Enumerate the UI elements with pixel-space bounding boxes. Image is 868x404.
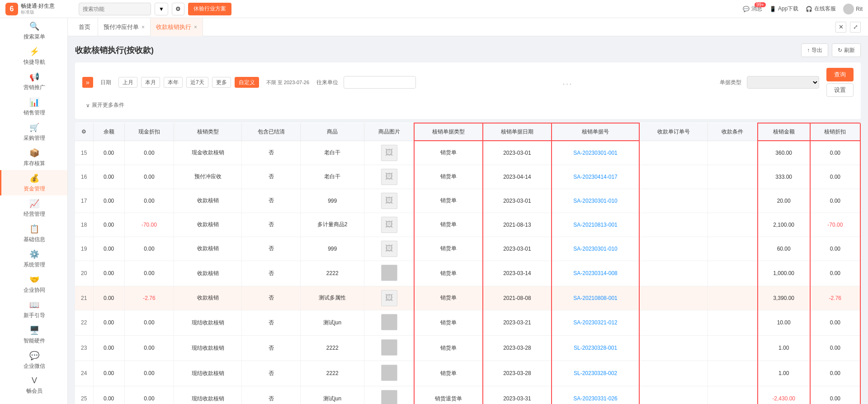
settings-button[interactable]: 设置: [826, 83, 854, 97]
table-wrapper[interactable]: ⚙ 余额 现金折扣 核销类型 包含已结清 商品 商品图片 核销单据类型 核销单据…: [75, 123, 861, 404]
td-verify-amount: 333.00: [758, 165, 810, 189]
filter-to-unit-input[interactable]: [344, 76, 416, 89]
goods-image-empty: 🖼: [381, 241, 397, 257]
td-goods: 测试jun: [301, 310, 364, 335]
dropdown-button[interactable]: ▼: [155, 3, 168, 15]
sidebar-item-quicknav[interactable]: ⚡ 快捷导航: [0, 43, 67, 69]
verify-bill-link[interactable]: SA-20230301-010: [573, 246, 617, 252]
query-button[interactable]: 查询: [826, 68, 854, 81]
sidebar-item-system[interactable]: ⚙️ 系统管理: [0, 246, 67, 271]
topbar-right: 💬 消息 99+ 📱 App下载 🎧 在线客服 Rit: [743, 4, 863, 14]
tab-verify[interactable]: 收款核销执行 ×: [151, 18, 203, 36]
sidebar-item-finance[interactable]: 💰 资金管理: [0, 170, 67, 195]
user-item[interactable]: Rit: [843, 4, 863, 14]
expand-conditions-button[interactable]: ∨ 展开更多条件: [82, 100, 854, 111]
tab-expand-button[interactable]: ⤢: [850, 22, 861, 33]
notification-item[interactable]: 💬 消息 99+: [743, 5, 762, 13]
sidebar-item-label: 营销推广: [24, 84, 45, 91]
sidebar-item-member[interactable]: V 畅会员: [0, 373, 67, 398]
sidebar-item-label: 企业微信: [24, 362, 45, 370]
sidebar-item-label: 畅会员: [26, 387, 42, 395]
verify-bill-link[interactable]: SA-20210813-001: [573, 222, 617, 228]
td-verify-bill-no[interactable]: SA-20230321-012: [552, 310, 640, 335]
search-input[interactable]: [79, 3, 151, 15]
sidebar-item-hardware[interactable]: 🖥️ 智能硬件: [0, 322, 67, 347]
goods-image-empty: 🖼: [381, 145, 397, 161]
gear-button[interactable]: ⚙: [172, 3, 184, 15]
td-id: 18: [75, 213, 93, 237]
td-verify-bill-no[interactable]: SA-20210808-001: [552, 286, 640, 310]
td-verify-date: 2023-03-28: [483, 361, 552, 386]
td-verify-date: 2023-04-14: [483, 165, 552, 189]
verify-bill-link[interactable]: SA-20230314-008: [573, 270, 617, 276]
td-verify-type: 现结收款核销: [174, 386, 242, 404]
td-verify-date: 2023-03-14: [483, 261, 552, 286]
td-verify-bill-no[interactable]: SA-20230331-026: [552, 386, 640, 404]
sidebar-item-search[interactable]: 🔍 搜索菜单: [0, 18, 67, 43]
sidebar-item-sales[interactable]: 📊 销售管理: [0, 94, 67, 119]
verify-bill-link[interactable]: SA-20230301-001: [573, 150, 617, 156]
td-cash-discount: -70.00: [124, 213, 174, 237]
sidebar-item-basicinfo[interactable]: 📋 基础信息: [0, 221, 67, 246]
td-goods-image: [364, 386, 414, 404]
verify-bill-link[interactable]: SL-20230328-001: [574, 345, 617, 351]
th-include-settled: 包含已结清: [242, 123, 301, 141]
verify-bill-link[interactable]: SL-20230328-002: [574, 370, 617, 376]
data-table: ⚙ 余额 现金折扣 核销类型 包含已结清 商品 商品图片 核销单据类型 核销单据…: [75, 123, 861, 404]
verify-bill-link[interactable]: SA-20230321-012: [573, 319, 617, 326]
tabbar: 首页 预付冲应付单 × 收款核销执行 × ✕ ⤢: [68, 18, 868, 36]
td-cash-discount: 0.00: [124, 141, 174, 165]
user-name: Rit: [856, 6, 863, 12]
online-service-item[interactable]: 🎧 在线客服: [806, 5, 836, 13]
date-btn-7days[interactable]: 近7天: [186, 77, 208, 88]
filter-dots: ...: [421, 78, 714, 86]
app-download-item[interactable]: 📱 App下载: [769, 5, 798, 13]
sidebar-item-operation[interactable]: 📈 经营管理: [0, 195, 67, 221]
verify-bill-link[interactable]: SA-20230331-026: [573, 395, 617, 402]
td-verify-bill-no[interactable]: SA-20230414-017: [552, 165, 640, 189]
td-include-settled: 否: [242, 141, 301, 165]
td-verify-bill-no[interactable]: SA-20230301-010: [552, 237, 640, 261]
sidebar-item-inventory[interactable]: 📦 库存核算: [0, 145, 67, 170]
td-id: 23: [75, 335, 93, 361]
sidebar-item-guide[interactable]: 📖 新手引导: [0, 297, 67, 322]
td-receipt-condition: [708, 361, 757, 386]
sidebar-item-purchase[interactable]: 🛒 采购管理: [0, 119, 67, 145]
th-verify-bill-type: 核销单据类型: [414, 123, 483, 141]
td-verify-bill-no[interactable]: SL-20230328-001: [552, 335, 640, 361]
td-verify-bill-no[interactable]: SA-20210813-001: [552, 213, 640, 237]
refresh-button[interactable]: ↻ 刷新: [832, 43, 861, 57]
date-btn-more[interactable]: 更多: [212, 77, 231, 88]
tab-prepay-close[interactable]: ×: [142, 24, 145, 30]
th-settings[interactable]: ⚙: [75, 123, 93, 141]
tab-verify-close[interactable]: ×: [194, 24, 197, 30]
tab-home[interactable]: 首页: [71, 18, 98, 36]
date-btn-last-month[interactable]: 上月: [118, 77, 137, 88]
sidebar-item-wechat[interactable]: 💬 企业微信: [0, 347, 67, 373]
verify-bill-link[interactable]: SA-20210808-001: [573, 295, 617, 301]
td-verify-bill-no[interactable]: SA-20230314-008: [552, 261, 640, 286]
hardware-icon: 🖥️: [29, 325, 39, 335]
sidebar-item-marketing[interactable]: 📢 营销推广: [0, 69, 67, 94]
td-verify-type: 现结收款核销: [174, 335, 242, 361]
td-verify-bill-no[interactable]: SA-20230301-010: [552, 189, 640, 213]
industry-button[interactable]: 休验行业方案: [188, 3, 231, 15]
th-verify-amount: 核销金额: [758, 123, 810, 141]
td-verify-bill-type: 销货退货单: [414, 386, 483, 404]
filter-expand-arrow[interactable]: »: [82, 77, 93, 88]
td-verify-bill-no[interactable]: SL-20230328-002: [552, 361, 640, 386]
verify-bill-link[interactable]: SA-20230414-017: [573, 174, 617, 180]
verify-bill-link[interactable]: SA-20230301-010: [573, 198, 617, 204]
date-btn-custom[interactable]: 自定义: [235, 77, 259, 88]
date-btn-this-year[interactable]: 本年: [164, 77, 183, 88]
sidebar-item-collab[interactable]: 🤝 企业协同: [0, 271, 67, 297]
tab-prepay[interactable]: 预付冲应付单 ×: [98, 18, 151, 36]
th-verify-type: 核销类型: [174, 123, 242, 141]
td-verify-bill-no[interactable]: SA-20230301-001: [552, 141, 640, 165]
tab-close-all-button[interactable]: ✕: [835, 22, 846, 33]
export-button[interactable]: ↑ 导出: [801, 43, 828, 57]
td-balance: 0.00: [93, 361, 124, 386]
td-id: 25: [75, 386, 93, 404]
filter-single-type-select[interactable]: [747, 76, 819, 89]
date-btn-this-month[interactable]: 本月: [141, 77, 160, 88]
